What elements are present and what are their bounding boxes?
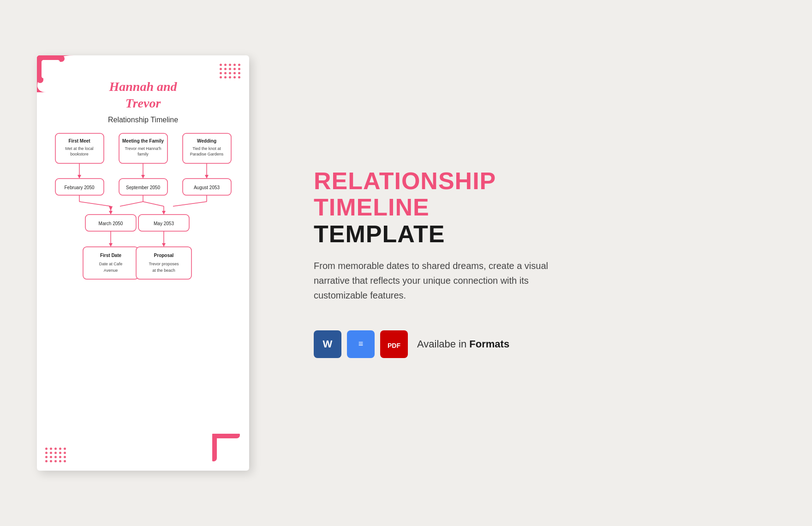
svg-text:Met at the local: Met at the local	[65, 146, 93, 151]
svg-text:Paradise Gardens: Paradise Gardens	[190, 152, 224, 156]
svg-text:Trevor met Hanna'h: Trevor met Hanna'h	[125, 146, 161, 151]
svg-line-40	[173, 202, 207, 206]
svg-text:March 2050: March 2050	[99, 221, 123, 226]
corner-tl-decoration	[37, 55, 74, 92]
right-title-pink: RELATIONSHIP TIMELINE	[314, 168, 794, 221]
svg-text:at the beach: at the beach	[152, 268, 175, 273]
svg-marker-42	[109, 211, 113, 215]
formats-row: W ≡ PDF Availabe in Formats	[314, 330, 794, 358]
format-word-icon: W	[314, 330, 341, 358]
svg-line-33	[79, 202, 111, 206]
svg-text:bookstore: bookstore	[70, 152, 89, 156]
right-panel: RELATIONSHIP TIMELINE TEMPLATE From memo…	[286, 0, 812, 526]
svg-line-38	[143, 202, 164, 206]
timeline-diagram: First Meet Met at the local bookstore Me…	[46, 129, 240, 461]
svg-line-36	[120, 202, 143, 206]
svg-marker-52	[162, 243, 166, 247]
svg-text:Avenue: Avenue	[104, 268, 118, 273]
svg-text:Tied the knot at: Tied the knot at	[192, 146, 221, 151]
svg-marker-25	[205, 175, 209, 179]
right-description: From memorable dates to shared dreams, c…	[314, 258, 572, 303]
timeline-svg: First Meet Met at the local bookstore Me…	[51, 129, 235, 396]
pdf-logo-svg: PDF	[386, 336, 402, 353]
dots-tr-decoration	[220, 64, 241, 78]
svg-text:family: family	[137, 152, 149, 156]
svg-text:Wedding: Wedding	[197, 138, 216, 143]
svg-marker-50	[109, 243, 113, 247]
svg-text:Meeting the Family: Meeting the Family	[122, 138, 164, 143]
card: Hannah and Trevor Relationship Timeline …	[37, 55, 249, 471]
svg-text:Date at Cafe: Date at Cafe	[99, 262, 123, 266]
svg-text:First Date: First Date	[100, 253, 122, 258]
svg-text:PDF: PDF	[388, 342, 400, 349]
format-pdf-icon: PDF	[380, 330, 408, 358]
card-subtitle: Relationship Timeline	[108, 116, 178, 124]
left-panel: Hannah and Trevor Relationship Timeline …	[0, 0, 286, 526]
svg-marker-23	[141, 175, 145, 179]
svg-rect-3	[42, 60, 46, 78]
svg-text:August 2053: August 2053	[194, 185, 220, 190]
svg-marker-44	[162, 211, 166, 215]
svg-text:First Meet: First Meet	[68, 138, 90, 143]
card-title: Hannah and Trevor	[109, 78, 177, 112]
format-label: Availabe in Formats	[417, 338, 509, 350]
svg-text:Trevor proposes: Trevor proposes	[149, 262, 179, 266]
svg-text:Proposal: Proposal	[154, 253, 174, 258]
right-title-black: TEMPLATE	[314, 221, 794, 247]
svg-text:February 2050: February 2050	[64, 185, 94, 190]
svg-text:September 2050: September 2050	[126, 185, 160, 190]
svg-marker-21	[78, 175, 81, 179]
svg-text:May 2053: May 2053	[154, 221, 174, 226]
format-docs-icon: ≡	[347, 330, 375, 358]
